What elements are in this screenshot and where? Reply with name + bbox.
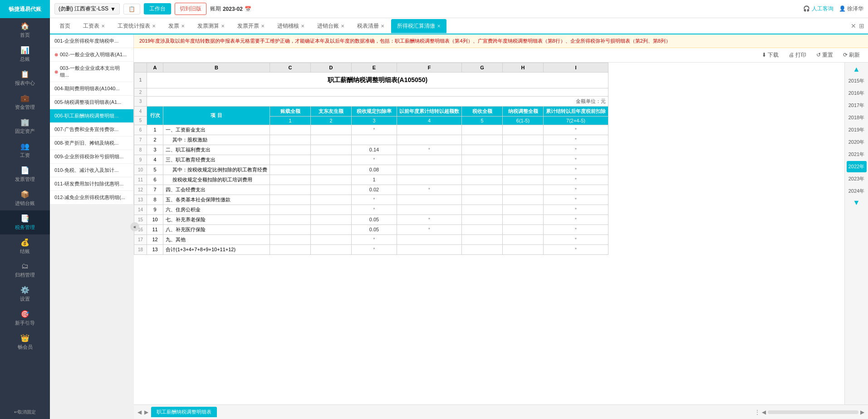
- left-item-005[interactable]: 005-纳税调整项目明细表(A1...: [50, 96, 133, 109]
- sidebar-item-ledger[interactable]: 📊 总账: [0, 42, 50, 66]
- tab-close-income-tax[interactable]: ✕: [437, 24, 441, 29]
- year-2021[interactable]: 2021年: [847, 149, 867, 160]
- sidebar-label-invoice: 发票管理: [15, 176, 35, 183]
- tab-close-salary[interactable]: ✕: [101, 24, 105, 29]
- copy-button[interactable]: 📋: [123, 4, 140, 15]
- header-col1: 账载全额: [270, 106, 311, 116]
- tab-home[interactable]: 首页: [54, 19, 76, 33]
- settle-icon: 💰: [20, 238, 29, 247]
- left-item-006[interactable]: 006-职工薪酬纳税调整明细...: [50, 109, 133, 123]
- sidebar-item-cancel[interactable]: ↩取消固定: [0, 405, 50, 419]
- table-row: 9 4 三、职工教育经费支出 * *: [134, 155, 608, 165]
- switch-old-button[interactable]: 切到旧版: [175, 3, 206, 15]
- tab-invoice-calc[interactable]: 发票测算 ✕: [191, 19, 230, 33]
- sidebar-item-settle[interactable]: 💰 结账: [0, 234, 50, 258]
- tab-salary[interactable]: 工资表 ✕: [77, 19, 111, 33]
- tab-invoice[interactable]: 发票 ✕: [162, 19, 191, 33]
- left-item-003[interactable]: ⊗ 003-一般企业业成本支出明细...: [50, 62, 133, 82]
- year-nav-down[interactable]: ▼: [852, 198, 861, 208]
- spreadsheet-container[interactable]: A B C D E F G H I: [134, 63, 844, 405]
- purchase-icon: 📦: [20, 190, 29, 199]
- year-panel: ▲ 2015年 2016年 2017年 2018年 2019年 2020年 20…: [844, 63, 868, 405]
- more-icon[interactable]: ⋮: [755, 409, 760, 415]
- sidebar-item-funds[interactable]: 💼 资金管理: [0, 90, 50, 114]
- tab-close-invoice-open[interactable]: ✕: [261, 24, 265, 29]
- tab-ledger[interactable]: 进销台账 ✕: [311, 19, 350, 33]
- year-2018[interactable]: 2018年: [847, 112, 867, 123]
- user-avatar[interactable]: 👤 徐泽华: [839, 5, 863, 13]
- left-item-012[interactable]: 012-减免企业所得税优惠明细(...: [50, 191, 133, 205]
- year-2017[interactable]: 2017年: [847, 100, 867, 111]
- tab-close-salary-report[interactable]: ✕: [152, 24, 156, 29]
- error-icon-003: ⊗: [54, 69, 58, 74]
- sidebar-item-purchase[interactable]: 📦 进销台账: [0, 186, 50, 210]
- print-btn[interactable]: 🖨 打印: [786, 50, 809, 60]
- year-2022[interactable]: 2022年: [847, 161, 867, 172]
- tab-tax-list[interactable]: 税表清册 ✕: [351, 19, 390, 33]
- left-panel: 001-企业所得税年度纳税申... ⊗ 002-一般企业收入明细表(A1... …: [50, 34, 134, 205]
- year-2019[interactable]: 2019年: [847, 124, 867, 136]
- left-item-007[interactable]: 007-广告费和业务宣传费弥...: [50, 123, 133, 136]
- tab-close-check[interactable]: ✕: [301, 24, 304, 29]
- tab-salary-report[interactable]: 工资统计报表 ✕: [112, 19, 162, 33]
- sidebar-item-guide[interactable]: 🎯 新手引导: [0, 306, 50, 330]
- work-table-button[interactable]: 工作台: [144, 3, 171, 15]
- left-item-002[interactable]: ⊗ 002-一般企业收入明细表(A1...: [50, 48, 133, 62]
- sidebar-item-invoice[interactable]: 📄 发票管理: [0, 162, 50, 186]
- left-item-001[interactable]: 001-企业所得税年度纳税申...: [50, 34, 133, 48]
- bottom-right: ⋮ ◀ ▶: [755, 409, 864, 415]
- sidebar-label-purchase: 进销台账: [15, 200, 35, 207]
- left-item-011[interactable]: 011-研发费用加计扣除优惠明...: [50, 177, 133, 191]
- tab-income-tax[interactable]: 所得税汇算清缴 ✕: [391, 19, 446, 33]
- salary-icon: 👥: [20, 142, 29, 151]
- scroll-left[interactable]: ◀: [762, 409, 766, 415]
- sidebar-item-vip[interactable]: 👑 畅会员: [0, 330, 50, 354]
- left-item-010[interactable]: 010-免税、减计收入及加计...: [50, 164, 133, 177]
- left-item-009[interactable]: 009-企业所得税弥补亏损明细...: [50, 150, 133, 164]
- reset-btn[interactable]: ↺ 重置: [814, 50, 836, 60]
- tab-bar-actions: ✕ ⊞: [851, 22, 864, 29]
- year-2015[interactable]: 2015年: [847, 75, 867, 87]
- calendar-icon[interactable]: 📅: [245, 6, 251, 12]
- tab-close-invoice-calc[interactable]: ✕: [221, 24, 225, 29]
- sheet-tab[interactable]: 职工薪酬纳税调整明细表: [151, 407, 217, 417]
- col-B: B: [163, 63, 270, 72]
- tab-close-all[interactable]: ✕: [851, 22, 856, 29]
- sidebar-item-reports[interactable]: 📋 报表中心: [0, 66, 50, 90]
- sheet-nav-left[interactable]: ◀: [137, 409, 142, 415]
- scroll-right[interactable]: ▶: [860, 409, 864, 415]
- tax-icon: 📑: [20, 214, 29, 223]
- refresh-btn[interactable]: ⟳ 刷新: [840, 50, 863, 60]
- tab-expand[interactable]: ⊞: [859, 22, 864, 29]
- left-item-008[interactable]: 008-资产折旧、摊销及纳税...: [50, 136, 133, 150]
- subheader-3: 3: [352, 116, 397, 125]
- tab-check[interactable]: 进销稽核 ✕: [271, 19, 310, 33]
- left-item-004[interactable]: 004-期间费用明细表(A1040...: [50, 82, 133, 96]
- sidebar-item-settings[interactable]: ⚙️ 设置: [0, 282, 50, 306]
- company-selector[interactable]: (勿删) 江西睿宝-LSS ▼: [54, 3, 120, 15]
- tab-invoice-open[interactable]: 发票开票 ✕: [231, 19, 270, 33]
- table-row-unit: 3 金额单位：元: [134, 96, 608, 106]
- year-2016[interactable]: 2016年: [847, 88, 867, 99]
- tab-close-ledger[interactable]: ✕: [341, 24, 344, 29]
- sidebar-label-vip: 畅会员: [18, 344, 33, 351]
- sidebar-item-salary[interactable]: 👥 工资: [0, 138, 50, 162]
- col-D: D: [311, 63, 352, 72]
- year-2024[interactable]: 2024年: [847, 185, 867, 197]
- year-2020[interactable]: 2020年: [847, 136, 867, 148]
- sidebar-item-home[interactable]: 🏠 首页: [0, 18, 50, 42]
- sheet-nav-right[interactable]: ▶: [144, 409, 148, 415]
- scrollbar[interactable]: [768, 410, 858, 414]
- sidebar-item-tax[interactable]: 📑 税务管理: [0, 210, 50, 234]
- year-nav-up[interactable]: ▲: [852, 64, 861, 74]
- sidebar-item-assets[interactable]: 🏢 固定资产: [0, 114, 50, 138]
- guide-icon: 🎯: [20, 310, 29, 318]
- service-link[interactable]: 🎧 人工客询: [803, 5, 833, 13]
- sidebar-item-archive[interactable]: 🗂 归档管理: [0, 258, 50, 282]
- tab-close-invoice[interactable]: ✕: [181, 24, 185, 29]
- panel-collapse-btn[interactable]: «: [130, 222, 139, 231]
- tab-close-tax-list[interactable]: ✕: [381, 24, 384, 29]
- download-btn[interactable]: ⬇ 下载: [759, 50, 781, 60]
- sidebar-label-funds: 资金管理: [15, 104, 35, 111]
- year-2023[interactable]: 2023年: [847, 173, 867, 185]
